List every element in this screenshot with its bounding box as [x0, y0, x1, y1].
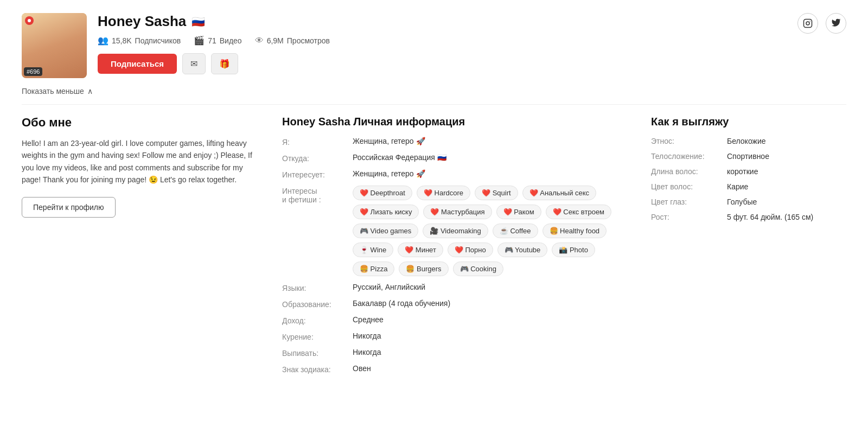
profile-header: #696 Honey Sasha 🇷🇺 👥 15,8K Подписчиков …: [0, 0, 868, 87]
online-indicator: [25, 16, 34, 25]
about-title: Обо мне: [22, 116, 260, 130]
info-value: Российская Федерация 🇷🇺: [353, 153, 629, 162]
personal-info-row: Интересует: Женщина, гетеро 🚀: [282, 169, 629, 179]
personal-title: Honey Sasha Личная информация: [282, 116, 629, 128]
appearance-value: Спортивное: [727, 152, 769, 161]
tags-wrap: ❤️ Deepthroat❤️ Hardcore❤️ Squirt❤️ Анал…: [353, 186, 629, 276]
appearance-label: Длина волос:: [651, 167, 727, 176]
appearance-row: Длина волос: короткие: [651, 167, 846, 176]
info-label: Знак зодиака:: [282, 364, 353, 374]
info-label: Выпивать:: [282, 348, 353, 358]
svg-point-2: [809, 21, 810, 22]
appearance-row: Этнос: Белокожие: [651, 137, 846, 145]
interests-label: Интересы и фетиши :: [282, 186, 353, 204]
interest-tag: ❤️ Лизать киску: [353, 205, 419, 219]
info-label: Я:: [282, 137, 353, 146]
appearance-value: короткие: [727, 167, 758, 176]
instagram-icon[interactable]: [797, 13, 818, 34]
extra-rows: Языки: Русский, Английский Образование: …: [282, 283, 629, 374]
videos-label: Видео: [220, 36, 242, 45]
appearance-title: Как я выгляжу: [651, 116, 846, 128]
videos-count: 71: [208, 36, 216, 45]
appearance-section: Как я выгляжу Этнос: Белокожие Телосложе…: [651, 116, 846, 380]
info-value: Среднее: [353, 315, 629, 324]
show-less-label: Показать меньше: [22, 87, 84, 95]
info-value: Никогда: [353, 332, 629, 340]
videos-icon: 🎬: [194, 35, 205, 46]
interest-tag: ❤️ Deepthroat: [353, 186, 412, 200]
views-icon: 👁: [255, 36, 264, 46]
main-content: Обо мне Hello! I am an 23-year-old girl.…: [0, 116, 868, 402]
views-count: 6,9M: [267, 36, 284, 45]
stat-views: 👁 6,9M Просмотров: [255, 35, 330, 46]
profile-name-row: Honey Sasha 🇷🇺: [98, 13, 846, 30]
stat-videos: 🎬 71 Видео: [194, 35, 241, 46]
subscribe-button[interactable]: Подписаться: [98, 54, 177, 74]
appearance-rows: Этнос: Белокожие Телосложение: Спортивно…: [651, 137, 846, 221]
extra-info-row: Выпивать: Никогда: [282, 348, 629, 358]
interest-tag: ❤️ Секс втроем: [546, 205, 611, 219]
personal-info-row: Откуда: Российская Федерация 🇷🇺: [282, 153, 629, 163]
appearance-label: Цвет волос:: [651, 182, 727, 191]
appearance-row: Цвет волос: Карие: [651, 182, 846, 191]
interest-tag: 🍔 Healthy food: [542, 224, 607, 238]
appearance-value: Карие: [727, 182, 748, 191]
extra-info-row: Образование: Бакалавр (4 года обучения): [282, 299, 629, 309]
appearance-row: Цвет глаз: Голубые: [651, 197, 846, 206]
personal-section: Honey Sasha Личная информация Я: Женщина…: [282, 116, 651, 380]
avatar-wrap: #696: [22, 13, 87, 78]
info-label: Доход:: [282, 315, 353, 325]
actions-row: Подписаться ✉ 🎁: [98, 53, 846, 74]
appearance-row: Рост: 5 фут. 64 дюйм. (165 см): [651, 213, 846, 221]
info-label: Интересует:: [282, 169, 353, 179]
interest-tag: 📸 Photo: [552, 243, 595, 257]
go-to-profile-button[interactable]: Перейти к профилю: [22, 197, 116, 218]
interest-tag: 🎮 Cooking: [453, 262, 503, 276]
info-value: Русский, Английский: [353, 283, 629, 291]
social-icons: [797, 13, 846, 34]
interest-tag: 🍷 Wine: [353, 243, 393, 257]
about-text: Hello! I am an 23-year-old girl. I love …: [22, 137, 260, 186]
gift-button[interactable]: 🎁: [211, 53, 238, 74]
stat-subscribers: 👥 15,8K Подписчиков: [98, 35, 181, 46]
show-less-row[interactable]: Показать меньше ∧: [0, 87, 868, 104]
twitter-icon[interactable]: [826, 13, 846, 34]
extra-info-row: Знак зодиака: Овен: [282, 364, 629, 374]
extra-info-row: Языки: Русский, Английский: [282, 283, 629, 292]
interest-tag: 🍔 Pizza: [353, 262, 394, 276]
info-label: Языки:: [282, 283, 353, 292]
interest-tag: 🎥 Videomaking: [423, 224, 488, 238]
appearance-label: Цвет глаз:: [651, 197, 727, 206]
info-label: Откуда:: [282, 153, 353, 163]
profile-name: Honey Sasha: [98, 13, 186, 30]
info-value: Никогда: [353, 348, 629, 356]
stats-row: 👥 15,8K Подписчиков 🎬 71 Видео 👁 6,9M Пр…: [98, 35, 846, 46]
info-value: Овен: [353, 364, 629, 373]
interest-tag: ❤️ Мастурбация: [423, 205, 492, 219]
appearance-label: Этнос:: [651, 137, 727, 145]
interest-tag: 🎮 Video games: [353, 224, 418, 238]
interest-tag: 🍔 Burgers: [399, 262, 448, 276]
svg-rect-0: [804, 20, 812, 28]
appearance-row: Телосложение: Спортивное: [651, 152, 846, 161]
interest-tag: ❤️ Раком: [496, 205, 541, 219]
appearance-value: 5 фут. 64 дюйм. (165 см): [727, 213, 813, 221]
personal-info-row: Я: Женщина, гетеро 🚀: [282, 137, 629, 146]
views-label: Просмотров: [287, 36, 330, 45]
subscribers-count: 15,8K: [112, 36, 132, 45]
profile-info: Honey Sasha 🇷🇺 👥 15,8K Подписчиков 🎬 71 …: [98, 13, 846, 74]
extra-info-row: Курение: Никогда: [282, 332, 629, 341]
svg-point-1: [806, 22, 809, 25]
divider: [22, 104, 846, 105]
appearance-label: Рост:: [651, 213, 727, 221]
chevron-up-icon: ∧: [87, 87, 93, 95]
info-label: Образование:: [282, 299, 353, 309]
interest-tag: ❤️ Анальный секс: [522, 186, 597, 200]
country-flag: 🇷🇺: [192, 15, 205, 28]
message-button[interactable]: ✉: [182, 53, 206, 74]
interest-tag: ❤️ Hardcore: [417, 186, 470, 200]
about-section: Обо мне Hello! I am an 23-year-old girl.…: [22, 116, 282, 380]
subscribers-icon: 👥: [98, 35, 108, 46]
rank-badge: #696: [24, 67, 42, 76]
info-value: Бакалавр (4 года обучения): [353, 299, 629, 308]
